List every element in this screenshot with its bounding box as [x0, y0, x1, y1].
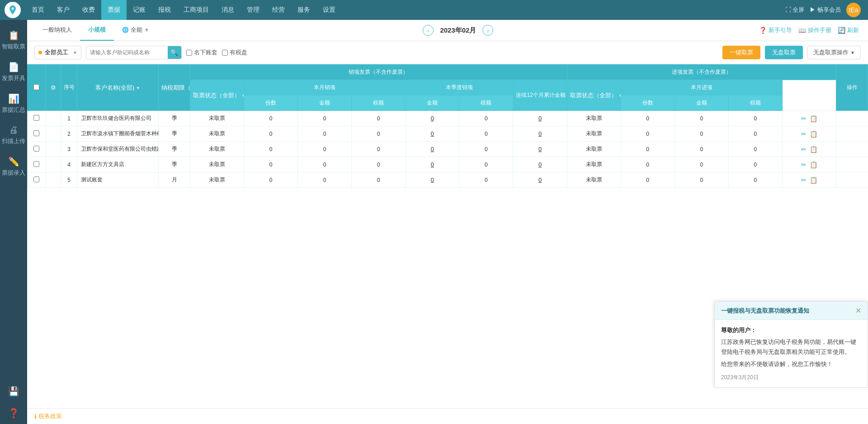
row-in-m-tax-cell: 0	[728, 172, 782, 188]
row-action-cell: ✏ 📋	[782, 172, 836, 188]
row-sale-m-amt-cell: 0	[298, 172, 352, 188]
nav-invoice[interactable]: 票据	[101, 0, 127, 20]
notification-body-text: 江苏政务网已恢复访问电子税务局功能，易代账一键登陆电子税务局与无盘取票相关功能可…	[721, 337, 861, 357]
refresh-icon: 🔄	[838, 27, 845, 34]
row-period-cell: 季	[159, 126, 190, 142]
next-month-btn[interactable]: ›	[482, 25, 493, 36]
detail-action-btn[interactable]: 📋	[810, 146, 817, 153]
nav-service[interactable]: 服务	[291, 0, 316, 20]
manual-btn[interactable]: 📖 操作手册	[798, 26, 831, 34]
prev-month-btn[interactable]: ‹	[423, 25, 434, 36]
sidebar-item-scan-upload[interactable]: 🖨 扫描上传	[0, 119, 27, 151]
row-name-cell: 卫辉市保和堂医药有限公司虫蜡路店	[77, 142, 159, 157]
row-sale-q-tax-cell: 0	[459, 126, 513, 142]
edit-action-btn[interactable]: ✏	[801, 115, 807, 122]
sidebar-item-invoice-issue[interactable]: 📄 发票开具	[0, 56, 27, 88]
row-no-cell: 2	[61, 126, 77, 142]
nav-accounting[interactable]: 记账	[127, 0, 152, 20]
edit-action-btn[interactable]: ✏	[801, 176, 807, 184]
edit-action-btn[interactable]: ✏	[801, 146, 807, 153]
notification-close-btn[interactable]: ✕	[855, 306, 861, 315]
row-period-cell: 月	[159, 172, 190, 188]
tab-general-taxpayer[interactable]: 一般纳税人	[34, 20, 80, 41]
my-accounts-checkbox[interactable]: 名下账套	[186, 48, 217, 57]
tab-small-scale[interactable]: 小规模	[80, 20, 114, 41]
tax-disk-check[interactable]	[222, 50, 228, 56]
detail-action-btn[interactable]: 📋	[810, 176, 817, 184]
nav-settings[interactable]: 设置	[316, 0, 342, 20]
settings-icon[interactable]: ⚙	[51, 84, 56, 91]
row-in-m-amt-cell: 0	[675, 157, 728, 172]
new-guide-btn[interactable]: ❓ 新手引导	[759, 26, 792, 34]
no-disk-fetch-btn[interactable]: 无盘取票	[765, 46, 803, 59]
row-action-cell: ✏ 📋	[782, 157, 836, 172]
edit-action-btn[interactable]: ✏	[801, 161, 807, 168]
nav-operation[interactable]: 经营	[266, 0, 291, 20]
detail-action-btn[interactable]: 📋	[810, 130, 817, 138]
smart-fetch-icon: 📋	[8, 30, 19, 41]
notification-apology: 给您带来的不便敬请谅解，祝您工作愉快！	[721, 359, 861, 369]
notification-popup: 一键报税与无盘取票功能恢复通知 ✕ 尊敬的用户： 江苏政务网已恢复访问电子税务局…	[714, 301, 868, 388]
table-row: 4 新建区方方文具店 季 未取票 0 0 0 0 0 0 未取票 0 0 0 ✏…	[28, 157, 868, 172]
row-no-cell: 4	[61, 157, 77, 172]
nav-home[interactable]: 首页	[25, 0, 51, 20]
one-key-fetch-btn[interactable]: 一键取票	[722, 46, 760, 59]
tab-all-in-one[interactable]: 🌐 全能 ▼	[114, 20, 157, 41]
employee-select[interactable]: 全部员工 ▼	[34, 46, 81, 59]
row-sale-12m-cell: 0	[513, 172, 567, 188]
th-sale-group: 销项发票（不含作废票）	[190, 65, 567, 80]
th-in-m-num: 份数	[621, 95, 675, 111]
refresh-btn[interactable]: 🔄 刷新	[838, 26, 859, 34]
row-sale-m-tax-cell: 0	[352, 126, 406, 142]
edit-action-btn[interactable]: ✏	[801, 130, 807, 138]
nav-manage[interactable]: 管理	[241, 0, 266, 20]
th-select	[28, 65, 46, 111]
detail-action-btn[interactable]: 📋	[810, 115, 817, 122]
row-select-cell	[28, 126, 46, 142]
row-select-cell	[28, 157, 46, 172]
select-all-checkbox[interactable]	[33, 84, 39, 90]
nav-business[interactable]: 工商项目	[177, 0, 215, 20]
row-select-cell	[28, 111, 46, 126]
tax-disk-checkbox[interactable]: 有税盘	[222, 48, 247, 57]
row-in-status-cell: 未取票	[567, 126, 621, 142]
row-in-m-amt-cell: 0	[675, 111, 728, 126]
in-status-filter-icon[interactable]: ▼	[618, 93, 621, 98]
sidebar-item-help[interactable]: ❓	[0, 402, 27, 424]
tax-policy-link[interactable]: 税务政策	[38, 412, 62, 420]
row-checkbox[interactable]	[33, 115, 39, 121]
my-accounts-check[interactable]	[186, 50, 192, 56]
sale-status-filter-icon[interactable]: ▼	[241, 93, 244, 98]
row-checkbox[interactable]	[33, 161, 39, 167]
nav-billing[interactable]: 收费	[76, 0, 101, 20]
vip-btn[interactable]: ▶ 畅享会员	[810, 6, 841, 14]
row-checkbox[interactable]	[33, 176, 39, 182]
avatar[interactable]: tEa	[846, 3, 861, 17]
row-sale-m-num-cell: 0	[244, 142, 298, 157]
search-input[interactable]	[86, 49, 168, 56]
toolbar: 全部员工 ▼ 🔍 名下账套 有税盘 一键取票 无盘取票 无盘取票操作 ▼	[27, 41, 868, 64]
search-button[interactable]: 🔍	[168, 46, 181, 59]
no-disk-ops-btn[interactable]: 无盘取票操作 ▼	[807, 46, 861, 59]
th-in-group: 进项发票（不含作废票）	[567, 65, 836, 80]
row-in-m-tax-cell: 0	[728, 157, 782, 172]
notification-body: 尊敬的用户： 江苏政务网已恢复访问电子税务局功能，易代账一键登陆电子税务局与无盘…	[715, 320, 868, 387]
row-sale-q-tax-cell: 0	[459, 172, 513, 188]
invoice-summary-icon: 📊	[8, 93, 19, 104]
sidebar-item-invoice-summary[interactable]: 📊 票据汇总	[0, 88, 27, 119]
sub-tabs-wrapper: 一般纳税人 小规模 🌐 全能 ▼ ‹ 2023年02月 › ❓ 新	[27, 20, 868, 41]
nav-tax[interactable]: 报税	[152, 0, 177, 20]
sidebar-item-smart-fetch[interactable]: 📋 智能取票	[0, 24, 27, 56]
sidebar-item-download[interactable]: 💾	[0, 381, 27, 402]
nav-message[interactable]: 消息	[215, 0, 241, 20]
name-filter-icon[interactable]: ▼	[136, 86, 141, 91]
nav-customer[interactable]: 客户	[51, 0, 76, 20]
row-sale-m-amt-cell: 0	[298, 111, 352, 126]
row-checkbox[interactable]	[33, 146, 39, 152]
fullscreen-btn[interactable]: ⛶ 全屏	[785, 6, 805, 14]
detail-action-btn[interactable]: 📋	[810, 161, 817, 168]
row-checkbox[interactable]	[33, 130, 39, 136]
row-sale-q-amt-cell: 0	[406, 142, 459, 157]
th-sale-status: 取票状态（全部） ▼	[190, 80, 244, 111]
sidebar-item-invoice-entry[interactable]: ✏️ 票据录入	[0, 151, 27, 182]
